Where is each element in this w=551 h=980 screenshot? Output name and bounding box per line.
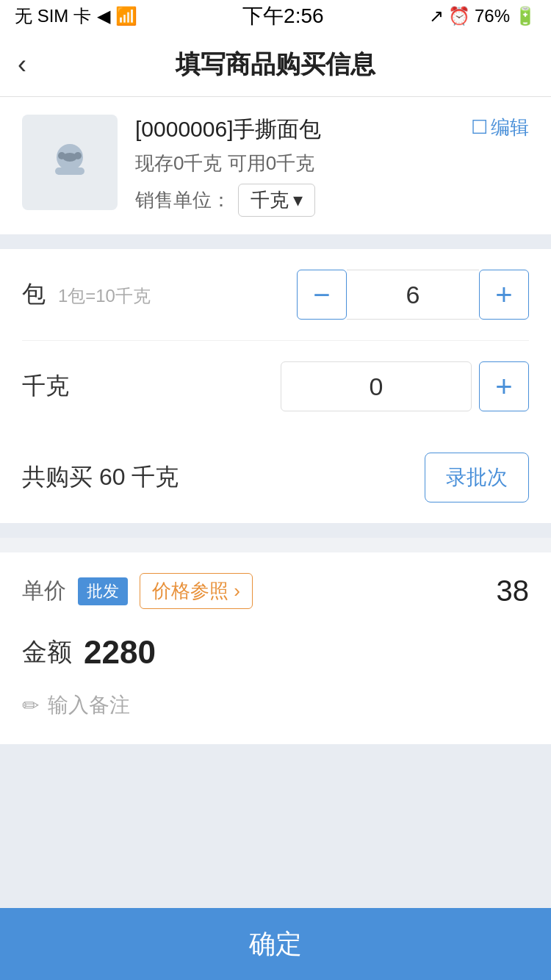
price-tag: 批发	[78, 577, 128, 605]
edit-label: 编辑	[491, 115, 529, 140]
package-label: 包	[22, 281, 46, 307]
input-section: 包 1包=10千克 − + 千克 +	[0, 249, 551, 432]
package-plus-button[interactable]: +	[479, 270, 529, 320]
back-button[interactable]: ‹	[18, 49, 26, 80]
price-reference-button[interactable]: 价格参照 ›	[140, 573, 253, 609]
product-image	[22, 115, 118, 210]
price-row: 单价 批发 价格参照 › 38	[22, 573, 529, 609]
price-value: 38	[497, 574, 530, 608]
product-info: [0000006]手撕面包 ☐ 编辑 现存0千克 可用0千克 销售单位： 千克 …	[135, 115, 529, 217]
battery-icon: 🔋	[514, 6, 536, 26]
alarm-icon: ⏰	[448, 6, 470, 26]
batch-record-button[interactable]: 录批次	[425, 453, 529, 502]
amount-section: 金额 2280 ✏ 输入备注	[0, 616, 551, 744]
edit-icon: ☐	[471, 116, 488, 139]
svg-rect-4	[55, 167, 84, 175]
package-stepper: − +	[297, 270, 529, 320]
status-bar: 无 SIM 卡 ◀ 📶 下午2:56 ↗ ⏰ 76% 🔋	[0, 0, 551, 32]
unit-chevron-icon: ▾	[293, 189, 303, 212]
product-logo-icon	[44, 137, 96, 188]
nav-bar: ‹ 填写商品购买信息	[0, 32, 551, 97]
location-icon: ↗	[429, 6, 444, 26]
section-divider-1	[0, 234, 551, 249]
kilogram-plus-button[interactable]: +	[479, 361, 529, 411]
svg-point-3	[62, 153, 77, 162]
package-label-group: 包 1包=10千克	[22, 278, 151, 311]
status-left: 无 SIM 卡 ◀ 📶	[15, 4, 137, 28]
package-input-row: 包 1包=10千克 − +	[22, 249, 529, 341]
kilogram-input[interactable]	[281, 361, 472, 411]
kilogram-label: 千克	[22, 370, 69, 403]
price-section: 单价 批发 价格参照 › 38	[0, 552, 551, 616]
unit-value: 千克	[251, 187, 289, 213]
pencil-icon: ✏	[22, 693, 39, 718]
wifi-icon: ◀ 📶	[97, 6, 137, 26]
unit-selector[interactable]: 千克 ▾	[238, 184, 315, 217]
package-minus-button[interactable]: −	[297, 270, 347, 320]
summary-text: 共购买 60 千克	[22, 461, 179, 494]
product-card: [0000006]手撕面包 ☐ 编辑 现存0千克 可用0千克 销售单位： 千克 …	[0, 97, 551, 234]
package-sublabel: 1包=10千克	[58, 286, 151, 306]
package-input[interactable]	[347, 270, 479, 320]
amount-label: 金额	[22, 635, 72, 669]
summary-section: 共购买 60 千克 录批次	[0, 432, 551, 523]
page-title: 填写商品购买信息	[176, 48, 375, 82]
kilogram-stepper: +	[281, 361, 529, 411]
product-name: [0000006]手撕面包	[135, 115, 321, 145]
amount-row: 金额 2280	[22, 634, 529, 671]
confirm-button[interactable]: 确定	[0, 908, 551, 980]
kilogram-input-row: 千克 +	[22, 341, 529, 432]
status-right: ↗ ⏰ 76% 🔋	[429, 6, 536, 26]
product-unit-row: 销售单位： 千克 ▾	[135, 184, 529, 217]
remark-placeholder: 输入备注	[48, 691, 130, 719]
status-time: 下午2:56	[242, 2, 324, 30]
amount-value: 2280	[84, 634, 156, 671]
sim-status: 无 SIM 卡	[15, 4, 91, 28]
product-stock: 现存0千克 可用0千克	[135, 151, 529, 176]
battery-text: 76%	[475, 6, 510, 26]
unit-label: 销售单位：	[135, 187, 231, 213]
edit-link[interactable]: ☐ 编辑	[471, 115, 529, 140]
price-label: 单价	[22, 576, 66, 606]
remark-row[interactable]: ✏ 输入备注	[22, 684, 529, 727]
section-divider-2	[0, 523, 551, 538]
